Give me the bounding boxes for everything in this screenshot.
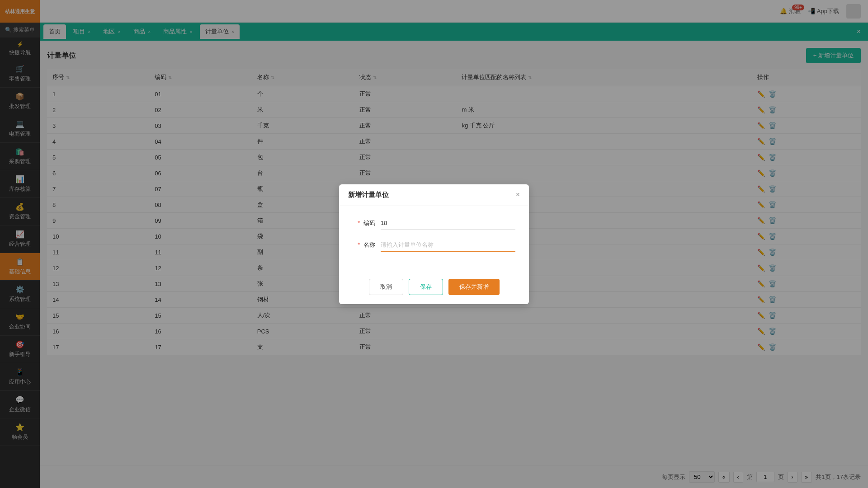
name-label: * 名称 <box>353 241 375 249</box>
modal-overlay[interactable]: 新增计量单位 × * 编码 * 名称 取消 保存 保存并新增 <box>0 0 868 488</box>
code-input[interactable] <box>381 217 515 230</box>
code-label-text: 编码 <box>363 220 375 226</box>
save-and-new-button[interactable]: 保存并新增 <box>448 279 500 295</box>
name-input[interactable] <box>381 239 515 252</box>
add-unit-modal: 新增计量单位 × * 编码 * 名称 取消 保存 保存并新增 <box>339 184 529 304</box>
code-required-mark: * <box>358 220 360 226</box>
name-required-mark: * <box>358 241 360 248</box>
modal-body: * 编码 * 名称 <box>339 206 529 272</box>
code-label: * 编码 <box>353 219 375 227</box>
save-button[interactable]: 保存 <box>409 279 443 295</box>
code-form-row: * 编码 <box>353 217 515 230</box>
modal-close-button[interactable]: × <box>516 191 520 199</box>
modal-header: 新增计量单位 × <box>339 184 529 206</box>
modal-footer: 取消 保存 保存并新增 <box>339 272 529 304</box>
modal-title: 新增计量单位 <box>348 191 389 199</box>
name-form-row: * 名称 <box>353 239 515 252</box>
cancel-button[interactable]: 取消 <box>369 279 403 295</box>
name-label-text: 名称 <box>363 241 375 248</box>
